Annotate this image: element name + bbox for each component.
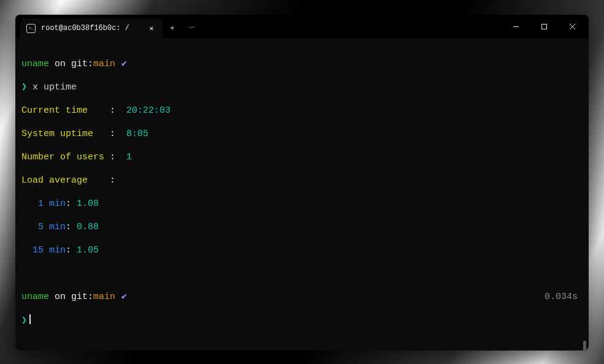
- scrollbar-thumb[interactable]: [583, 341, 586, 351]
- tab-title: root@ac0b38f16b0c: /: [41, 24, 141, 32]
- output-load-5min: 5 min: 0.88: [21, 221, 580, 233]
- command-duration: 0.034s: [545, 291, 578, 303]
- colon: :: [110, 152, 115, 162]
- blank-line: [21, 268, 580, 279]
- value-current-time: 20:22:03: [126, 105, 170, 116]
- label-5min: 5 min: [32, 221, 66, 233]
- value-15min: 1.05: [77, 245, 99, 256]
- label-15min: 15 min: [27, 245, 66, 256]
- terminal-window: root@ac0b38f16b0c: / ✕ + ﹀ uname on git:…: [15, 15, 589, 351]
- colon: :: [110, 175, 115, 186]
- colon: :: [110, 129, 115, 139]
- output-num-users: Number of users: 1: [21, 151, 580, 163]
- prompt-on: on: [49, 291, 71, 303]
- command-line-ready[interactable]: ❯: [21, 314, 580, 326]
- minimize-button[interactable]: [502, 15, 530, 38]
- prompt-context-2: uname on git:main✔0.034s: [21, 291, 580, 303]
- minimize-icon: [513, 23, 519, 30]
- check-icon: ✔: [121, 58, 127, 70]
- label-system-uptime: System uptime: [21, 128, 110, 140]
- output-load-15min: 15 min: 1.05: [21, 245, 580, 256]
- tab-dropdown-button[interactable]: ﹀: [182, 18, 202, 38]
- tab-actions: + ﹀: [162, 18, 202, 38]
- window-controls: [502, 15, 589, 38]
- maximize-icon: [541, 23, 548, 30]
- colon: :: [110, 105, 115, 116]
- output-load-1min: 1 min: 1.08: [21, 198, 580, 210]
- prompt-branch: main: [93, 58, 115, 70]
- value-1min: 1.08: [77, 199, 99, 209]
- prompt-branch: main: [93, 291, 115, 303]
- label-num-users: Number of users: [21, 151, 110, 163]
- prompt-git: git:: [71, 291, 93, 303]
- command-line-1: ❯ x uptime: [21, 82, 580, 93]
- prompt-user: uname: [21, 58, 49, 70]
- label-load-average: Load average: [21, 175, 110, 186]
- value-num-users: 1: [126, 152, 132, 162]
- titlebar: root@ac0b38f16b0c: / ✕ + ﹀: [15, 15, 589, 38]
- colon: :: [66, 245, 71, 256]
- terminal-body[interactable]: uname on git:main✔ ❯ x uptime Current ti…: [15, 38, 589, 351]
- value-system-uptime: 8:05: [126, 129, 148, 139]
- svg-rect-1: [541, 24, 546, 29]
- output-load-average: Load average:: [21, 175, 580, 186]
- new-tab-button[interactable]: +: [162, 18, 182, 38]
- output-system-uptime: System uptime: 8:05: [21, 128, 580, 140]
- close-icon: [569, 23, 576, 30]
- terminal-tab[interactable]: root@ac0b38f16b0c: / ✕: [20, 18, 162, 38]
- close-window-button[interactable]: [558, 15, 586, 38]
- label-1min: 1 min: [32, 198, 66, 210]
- check-icon: ✔: [121, 291, 127, 303]
- prompt-user: uname: [21, 291, 49, 303]
- prompt-arrow: ❯: [21, 316, 27, 326]
- output-current-time: Current time: 20:22:03: [21, 105, 580, 116]
- prompt-context-1: uname on git:main✔: [21, 58, 580, 70]
- label-current-time: Current time: [21, 105, 110, 116]
- prompt-on: on: [49, 58, 71, 70]
- prompt-arrow: ❯: [21, 82, 27, 93]
- value-5min: 0.88: [77, 222, 99, 232]
- tab-close-button[interactable]: ✕: [147, 24, 156, 33]
- prompt-git: git:: [71, 58, 93, 70]
- terminal-icon: [26, 24, 36, 33]
- colon: :: [66, 222, 71, 232]
- cursor: [29, 314, 31, 324]
- command-text: x uptime: [32, 82, 77, 93]
- colon: :: [66, 199, 71, 209]
- maximize-button[interactable]: [530, 15, 558, 38]
